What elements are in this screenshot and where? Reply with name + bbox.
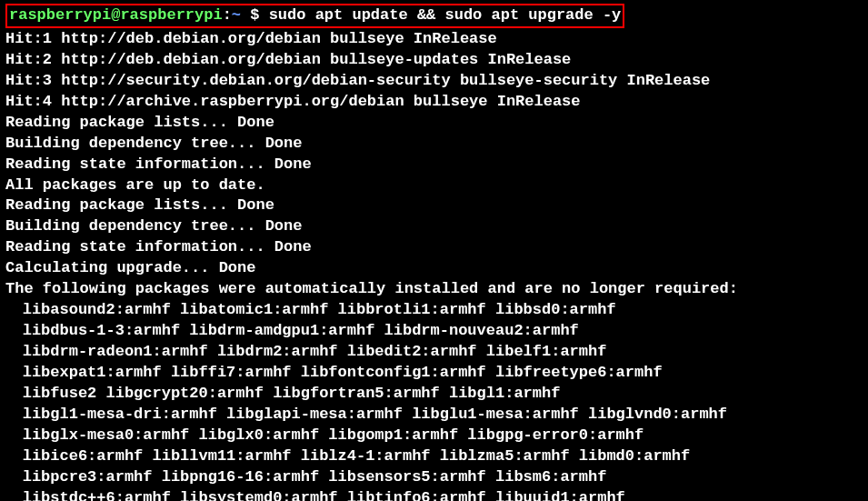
prompt-line-highlight: raspberrypi@raspberrypi:~ $ sudo apt upd… [5,4,624,28]
output-line: All packages are up to date. [5,175,863,196]
output-line: The following packages were automaticall… [5,279,863,300]
output-line: Calculating upgrade... Done [5,258,863,279]
output-line: Reading package lists... Done [5,195,863,216]
prompt-dollar: $ [241,6,269,24]
prompt-colon: : [223,6,232,24]
output-line: Building dependency tree... Done [5,134,863,155]
package-line: libglx-mesa0:armhf libglx0:armhf libgomp… [5,426,863,446]
output-line: Reading package lists... Done [5,113,863,134]
package-line: libasound2:armhf libatomic1:armhf libbro… [5,300,863,321]
package-line: libdrm-radeon1:armhf libdrm2:armhf libed… [5,342,863,363]
output-line: Building dependency tree... Done [5,216,863,237]
terminal[interactable]: raspberrypi@raspberrypi:~ $ sudo apt upd… [5,4,863,501]
package-line: libgl1-mesa-dri:armhf libglapi-mesa:armh… [5,405,863,426]
package-line: libpcre3:armhf libpng16-16:armhf libsens… [5,467,863,488]
package-line: libstdc++6:armhf libsystemd0:armhf libti… [5,488,863,501]
prompt-path: ~ [232,6,241,24]
output-line: Hit:2 http://deb.debian.org/debian bulls… [5,50,863,71]
output-line: Reading state information... Done [5,155,863,175]
output-line: Hit:1 http://deb.debian.org/debian bulls… [5,29,863,50]
output-line: Hit:3 http://security.debian.org/debian-… [5,71,863,92]
output-line: Reading state information... Done [5,237,863,258]
package-line: libfuse2 libgcrypt20:armhf libgfortran5:… [5,384,863,405]
prompt-user-host: raspberrypi@raspberrypi [9,6,223,24]
output-line: Hit:4 http://archive.raspberrypi.org/deb… [5,92,863,113]
package-line: libdbus-1-3:armhf libdrm-amdgpu1:armhf l… [5,321,863,342]
command-input[interactable]: sudo apt update && sudo apt upgrade -y [269,6,622,24]
package-line: libexpat1:armhf libffi7:armhf libfontcon… [5,363,863,384]
package-line: libice6:armhf libllvm11:armhf liblz4-1:a… [5,446,863,467]
